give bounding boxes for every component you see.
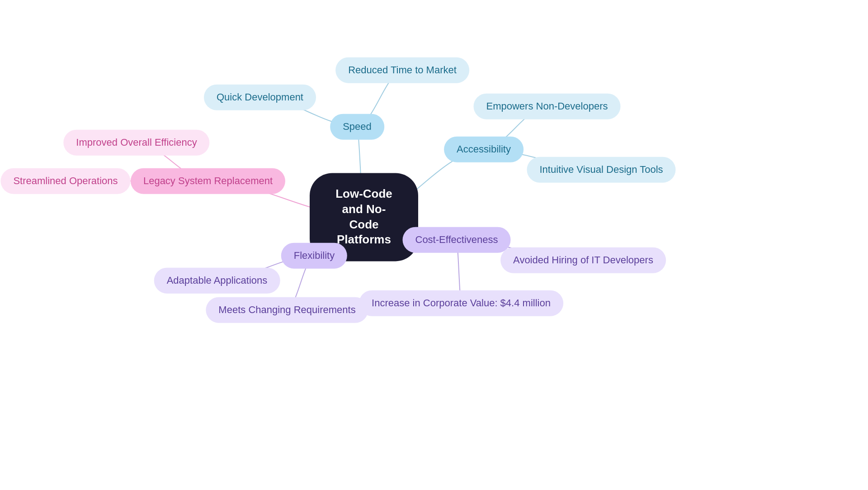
node-avoided: Avoided Hiring of IT Developers bbox=[500, 247, 666, 273]
node-meets: Meets Changing Requirements bbox=[206, 297, 368, 323]
node-intuitive: Intuitive Visual Design Tools bbox=[527, 157, 675, 183]
node-reduced-time: Reduced Time to Market bbox=[335, 57, 469, 83]
node-flexibility: Flexibility bbox=[281, 243, 347, 269]
node-speed: Speed bbox=[330, 114, 384, 140]
node-streamlined: Streamlined Operations bbox=[0, 168, 130, 194]
node-empowers: Empowers Non-Developers bbox=[474, 94, 621, 119]
node-adaptable: Adaptable Applications bbox=[154, 268, 280, 294]
node-improved: Improved Overall Efficiency bbox=[63, 130, 209, 156]
node-legacy: Legacy System Replacement bbox=[131, 168, 285, 194]
mind-map: Low-Code and No-Code PlatformsSpeedQuick… bbox=[0, 0, 868, 490]
node-quick-dev: Quick Development bbox=[204, 85, 316, 110]
node-accessibility: Accessibility bbox=[444, 137, 524, 162]
node-increase: Increase in Corporate Value: $4.4 millio… bbox=[359, 290, 563, 316]
node-cost: Cost-Effectiveness bbox=[402, 227, 510, 253]
